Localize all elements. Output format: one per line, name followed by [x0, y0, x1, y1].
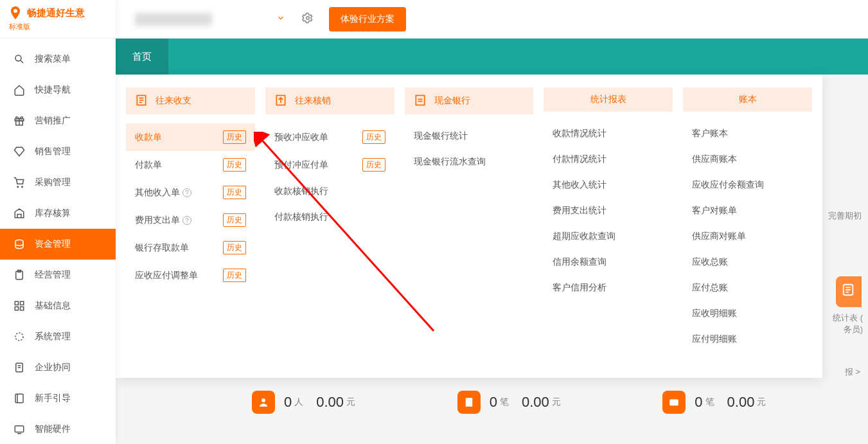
wallet-stat-icon [662, 391, 686, 414]
stat-row: 0人 0.00元 0笔 0.00元 0笔 0.00元 [244, 380, 860, 425]
sidebar-item-collab[interactable]: 企业协同 [0, 352, 116, 383]
mega-link-payment-writeoff[interactable]: 付款核销执行 [265, 204, 394, 230]
mega-link-expense[interactable]: 费用支出单?历史 [126, 206, 255, 234]
company-name-blurred [135, 13, 212, 26]
chevron-down-icon [276, 13, 285, 24]
mega-link-cashbank-journal[interactable]: 现金银行流水查询 [405, 149, 534, 175]
history-badge[interactable]: 历史 [223, 158, 246, 172]
mega-link-arap-adjust[interactable]: 应收应付调整单历史 [126, 262, 255, 289]
mega-link-label: 其他收入统计 [553, 179, 607, 191]
search-icon [13, 53, 26, 66]
mega-link-label: 预付冲应付单 [274, 159, 328, 171]
mega-link-overdue-ar[interactable]: 超期应收款查询 [544, 224, 673, 249]
mega-link-customer-ledger[interactable]: 客户账本 [683, 121, 812, 147]
mega-link-credit-balance[interactable]: 信用余额查询 [544, 249, 673, 275]
mega-header-receivable-payable: 往来收支 [126, 87, 255, 114]
mega-link-label: 应收总账 [692, 256, 728, 268]
sidebar-item-label: 经营管理 [35, 269, 71, 281]
sidebar-item-purchase[interactable]: 采购管理 [0, 167, 116, 198]
mega-link-cashbank-stats[interactable]: 现金银行统计 [405, 123, 534, 149]
mega-link-payment-stats[interactable]: 付款情况统计 [544, 147, 673, 172]
hint-more[interactable]: 报 > [845, 366, 860, 378]
stat-card-wallet: 0笔 0.00元 [662, 380, 853, 425]
mega-header-reports: 统计报表 [544, 87, 673, 112]
mega-link-receipt-writeoff[interactable]: 收款核销执行 [265, 179, 394, 204]
help-icon[interactable]: ? [182, 188, 191, 197]
history-badge[interactable]: 历史 [362, 130, 385, 144]
mega-link-customer-statement[interactable]: 客户对账单 [683, 198, 812, 224]
mega-link-receipt-stats[interactable]: 收款情况统计 [544, 121, 673, 147]
mega-link-prepaid-ar[interactable]: 预收冲应收单历史 [265, 123, 394, 151]
mega-link-receipt-order[interactable]: 收款单历史 [126, 123, 255, 151]
sidebar-item-label: 搜索菜单 [35, 53, 71, 65]
sidebar-item-sales[interactable]: 销售管理 [0, 136, 116, 167]
mega-link-label: 付款核销执行 [274, 211, 328, 223]
tab-home[interactable]: 首页 [116, 39, 168, 75]
mega-link-ar-general[interactable]: 应收总账 [683, 249, 812, 275]
tab-bar: 首页 [116, 39, 868, 75]
sidebar-item-label: 系统管理 [35, 331, 71, 342]
mega-link-bank-transfer[interactable]: 银行存取款单历史 [126, 234, 255, 262]
mega-link-label: 收款情况统计 [553, 128, 607, 139]
receipt-icon [135, 94, 149, 108]
mega-link-credit-analysis[interactable]: 客户信用分析 [544, 275, 673, 301]
mega-link-ap-detail[interactable]: 应付明细账 [683, 326, 812, 352]
mega-link-supplier-ledger[interactable]: 供应商账本 [683, 147, 812, 172]
help-icon[interactable]: ? [182, 216, 191, 225]
history-badge[interactable]: 历史 [223, 241, 246, 254]
sidebar-item-basedata[interactable]: 基础信息 [0, 290, 116, 321]
sidebar-item-marketing[interactable]: 营销推广 [0, 105, 116, 136]
stat-count: 0 [284, 394, 292, 411]
history-badge[interactable]: 历史 [223, 130, 246, 144]
mega-link-label: 客户对账单 [692, 205, 737, 217]
hint-complete-initial[interactable]: 完善期初 [828, 208, 862, 223]
floating-report-widget[interactable] [836, 276, 862, 307]
sidebar-item-system[interactable]: 系统管理 [0, 321, 116, 352]
sidebar-item-label: 销售管理 [35, 146, 71, 157]
sidebar-menu-list: 搜索菜单 快捷导航 营销推广 销售管理 采购管理 库存核算 资金管理 经营管理 … [0, 39, 116, 444]
mega-link-otherincome-stats[interactable]: 其他收入统计 [544, 172, 673, 198]
history-badge[interactable]: 历史 [223, 269, 246, 282]
sidebar: 畅捷通好生意 标准版 搜索菜单 快捷导航 营销推广 销售管理 采购管理 库存核算… [0, 0, 116, 444]
mega-link-supplier-statement[interactable]: 供应商对账单 [683, 224, 812, 249]
mega-link-label: 客户信用分析 [553, 282, 607, 294]
sidebar-item-search[interactable]: 搜索菜单 [0, 44, 116, 75]
mega-link-ap-general[interactable]: 应付总账 [683, 275, 812, 301]
company-selector[interactable] [128, 9, 292, 30]
svg-rect-4 [15, 301, 18, 305]
industry-plan-button[interactable]: 体验行业方案 [329, 7, 406, 31]
svg-point-12 [306, 17, 310, 20]
writeoff-icon [274, 94, 288, 108]
svg-rect-6 [15, 307, 18, 310]
clipboard-icon [13, 269, 26, 281]
mega-link-expense-stats[interactable]: 费用支出统计 [544, 198, 673, 224]
sidebar-item-quicknav[interactable]: 快捷导航 [0, 75, 116, 105]
mega-link-label: 银行存取款单 [135, 242, 189, 254]
history-badge[interactable]: 历史 [223, 213, 246, 227]
sidebar-item-inventory[interactable]: 库存核算 [0, 198, 116, 229]
mega-link-other-income[interactable]: 其他收入单?历史 [126, 179, 255, 206]
mega-link-arap-balance[interactable]: 应收应付余额查询 [683, 172, 812, 198]
mega-link-label: 预收冲应收单 [274, 132, 328, 143]
history-badge[interactable]: 历史 [362, 158, 385, 172]
mega-link-label: 应付明细账 [692, 333, 737, 345]
settings-icon[interactable] [302, 12, 314, 26]
home-icon [13, 84, 26, 96]
mega-link-payment-order[interactable]: 付款单历史 [126, 151, 255, 179]
sidebar-item-hardware[interactable]: 智能硬件 [0, 414, 116, 444]
mega-header-writeoff: 往来核销 [265, 87, 394, 114]
sidebar-item-finance[interactable]: 资金管理 [0, 229, 116, 260]
mega-header-label: 往来核销 [295, 95, 331, 107]
warehouse-icon [13, 207, 26, 220]
history-badge[interactable]: 历史 [223, 186, 246, 199]
sidebar-item-guide[interactable]: 新手引导 [0, 383, 116, 414]
mega-link-label: 供应商对账单 [692, 231, 746, 242]
header: 体验行业方案 [116, 0, 868, 39]
app-logo-icon [8, 5, 23, 21]
sidebar-item-management[interactable]: 经营管理 [0, 260, 116, 290]
svg-rect-11 [15, 426, 24, 432]
report-icon [841, 283, 856, 298]
mega-link-prepaid-ap[interactable]: 预付冲应付单历史 [265, 151, 394, 179]
peek-text: 统计表 ( 务员) [833, 312, 863, 335]
mega-link-ar-detail[interactable]: 应收明细账 [683, 301, 812, 326]
